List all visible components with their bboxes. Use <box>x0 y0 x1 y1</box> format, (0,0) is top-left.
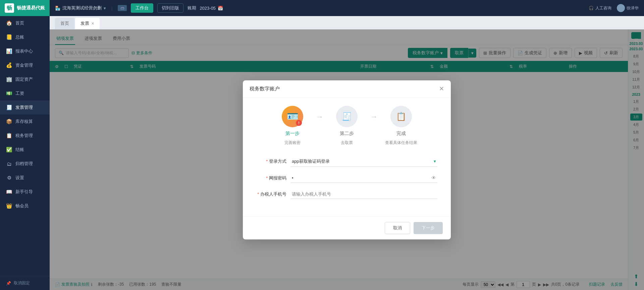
phone-row: * 办税人手机号 <box>256 190 437 199</box>
eye-icon[interactable]: 👁 <box>431 175 437 180</box>
sidebar-item-settings[interactable]: ⚙ 设置 <box>0 171 50 185</box>
modal-header: 税务数字账户 ✕ <box>243 80 451 98</box>
step-3-desc: 查看具体任务结果 <box>385 140 417 146</box>
tax-icon: 📋 <box>6 133 12 139</box>
sidebar-item-reports[interactable]: 📊 报表中心 <box>0 44 50 58</box>
sidebar-item-tax[interactable]: 📋 税务管理 <box>0 129 50 143</box>
tab-close-icon[interactable]: ✕ <box>91 21 94 26</box>
select-chevron-icon: ▾ <box>434 159 436 164</box>
step-2-icon: 🧾 <box>342 112 352 121</box>
sidebar-cancel-pin[interactable]: 📌 取消固定 <box>0 276 50 290</box>
modal-footer: 取消 下一步 <box>243 216 451 239</box>
sidebar-item-label: 归档管理 <box>15 161 33 167</box>
home-icon: 🏠 <box>6 20 12 26</box>
company-selector[interactable]: 🏪 沈海英测试经营勿删 ▾ <box>55 5 106 11</box>
period-value: 2023-05 <box>200 6 216 11</box>
company-name: 沈海英测试经营勿删 <box>62 5 102 11</box>
sidebar-item-funds[interactable]: 💰 资金管理 <box>0 58 50 72</box>
step-1-desc: 完善账密 <box>284 140 301 146</box>
guide-icon: 📖 <box>6 189 12 195</box>
reports-icon: 📊 <box>6 48 12 54</box>
tab-home[interactable]: 首页 <box>55 18 74 29</box>
phone-input[interactable] <box>290 190 437 199</box>
main-area: 🏪 沈海英测试经营勿删 ▾ | 🗃 工作台 切到旧版 账期 2023-05 📅 … <box>50 0 644 290</box>
sidebar-item-label: 报表中心 <box>15 48 33 54</box>
sidebar-item-label: 库存核算 <box>15 119 33 125</box>
step-2-desc: 去取票 <box>341 140 353 146</box>
modal-body: 🪪 ! 第一步 完善账密 → 🧾 <box>243 98 451 216</box>
password-row: * 网报密码 👁 <box>256 173 437 183</box>
tab-invoice-label: 发票 <box>80 20 89 26</box>
sidebar-item-home[interactable]: 🏠 首页 <box>0 16 50 30</box>
step-1-label: 第一步 <box>285 131 300 137</box>
step-2: 🧾 第二步 去取票 <box>323 106 370 146</box>
step-3-icon-wrap: 📋 <box>390 106 412 127</box>
sidebar-item-archive[interactable]: 🗂 归档管理 <box>0 157 50 171</box>
sidebar: 畅 畅捷通易代账 🏠 首页 📒 总账 📊 报表中心 💰 资金管理 🏢 固定资产 … <box>0 0 50 290</box>
next-button[interactable]: 下一步 <box>414 222 443 234</box>
step-1-badge: ! <box>296 120 302 126</box>
password-field-wrap: 👁 <box>290 173 437 183</box>
invoice-icon: 🧾 <box>6 104 12 111</box>
login-method-row: * 登录方式 app获取验证码登录 ▾ <box>256 156 437 167</box>
sidebar-item-label: 总账 <box>15 34 24 40</box>
company-chevron-icon: ▾ <box>104 6 106 11</box>
sidebar-item-settle[interactable]: ✅ 结账 <box>0 143 50 157</box>
sidebar-item-member[interactable]: 👑 畅会员 <box>0 199 50 213</box>
content-area: 首页 发票 ✕ 销项发票 进项发票 费用小票 🔍 请输 <box>50 16 644 290</box>
avatar <box>617 4 625 12</box>
topbar: 🏪 沈海英测试经营勿删 ▾ | 🗃 工作台 切到旧版 账期 2023-05 📅 … <box>50 0 644 16</box>
steps-indicator: 🪪 ! 第一步 完善账密 → 🧾 <box>256 106 437 146</box>
settle-icon: ✅ <box>6 147 12 153</box>
archive-icon-btn[interactable]: 🗃 <box>118 5 127 11</box>
cancel-button[interactable]: 取消 <box>385 222 410 234</box>
logo-text: 畅捷通易代账 <box>17 5 45 11</box>
settings-icon: ⚙ <box>6 175 12 181</box>
inventory-icon: 📦 <box>6 119 12 125</box>
sidebar-item-label: 结账 <box>15 147 24 153</box>
period-display: 账期 2023-05 📅 <box>187 5 223 11</box>
sidebar-item-assets[interactable]: 🏢 固定资产 <box>0 72 50 86</box>
switch-version-button[interactable]: 切到旧版 <box>157 3 183 13</box>
step-3-label: 完成 <box>396 131 406 137</box>
sidebar-bottom-label: 取消固定 <box>14 280 30 286</box>
tax-digital-modal: 税务数字账户 ✕ 🪪 ! <box>243 80 451 239</box>
step-arrow-1: → <box>316 106 323 121</box>
headset-icon: 🎧 <box>589 6 594 10</box>
sidebar-item-label: 畅会员 <box>15 203 29 209</box>
sidebar-item-inventory[interactable]: 📦 库存核算 <box>0 115 50 129</box>
sep1: | <box>111 6 112 11</box>
period-label: 账期 <box>187 5 196 11</box>
sidebar-item-guide[interactable]: 📖 新手引导 <box>0 185 50 199</box>
company-icon: 🏪 <box>55 6 60 11</box>
step-3: 📋 完成 查看具体任务结果 <box>378 106 425 146</box>
password-input[interactable] <box>290 173 431 183</box>
assets-icon: 🏢 <box>6 76 12 82</box>
pin-icon: 📌 <box>6 281 11 286</box>
sidebar-item-label: 设置 <box>15 175 24 181</box>
tab-invoice[interactable]: 发票 ✕ <box>75 18 100 29</box>
funds-icon: 💰 <box>6 62 12 68</box>
salary-icon: 💵 <box>6 90 12 96</box>
sidebar-item-label: 固定资产 <box>15 76 33 82</box>
modal-close-button[interactable]: ✕ <box>439 86 444 92</box>
sidebar-item-label: 税务管理 <box>15 133 33 139</box>
sidebar-item-label: 工资 <box>15 90 24 96</box>
sidebar-item-label: 资金管理 <box>15 62 33 68</box>
user-button[interactable]: 徐泽华 <box>617 4 639 12</box>
tabbar: 首页 发票 ✕ <box>50 16 644 29</box>
step-2-label: 第二步 <box>340 131 354 137</box>
step-2-icon-wrap: 🧾 <box>336 106 358 127</box>
sidebar-item-invoice[interactable]: 🧾 发票管理 <box>0 100 50 115</box>
sidebar-item-ledger[interactable]: 📒 总账 <box>0 30 50 44</box>
tab-home-label: 首页 <box>60 20 69 26</box>
support-button[interactable]: 🎧 人工咨询 <box>589 5 611 11</box>
step-3-icon: 📋 <box>396 112 406 121</box>
calendar-icon[interactable]: 📅 <box>218 6 223 11</box>
sidebar-item-salary[interactable]: 💵 工资 <box>0 86 50 100</box>
step-1-icon-wrap: 🪪 ! <box>282 106 303 127</box>
login-method-select[interactable]: app获取验证码登录 ▾ <box>290 156 437 167</box>
step-1: 🪪 ! 第一步 完善账密 <box>269 106 316 146</box>
topbar-right: 🎧 人工咨询 徐泽华 <box>589 4 639 12</box>
workbench-button[interactable]: 工作台 <box>131 3 153 13</box>
